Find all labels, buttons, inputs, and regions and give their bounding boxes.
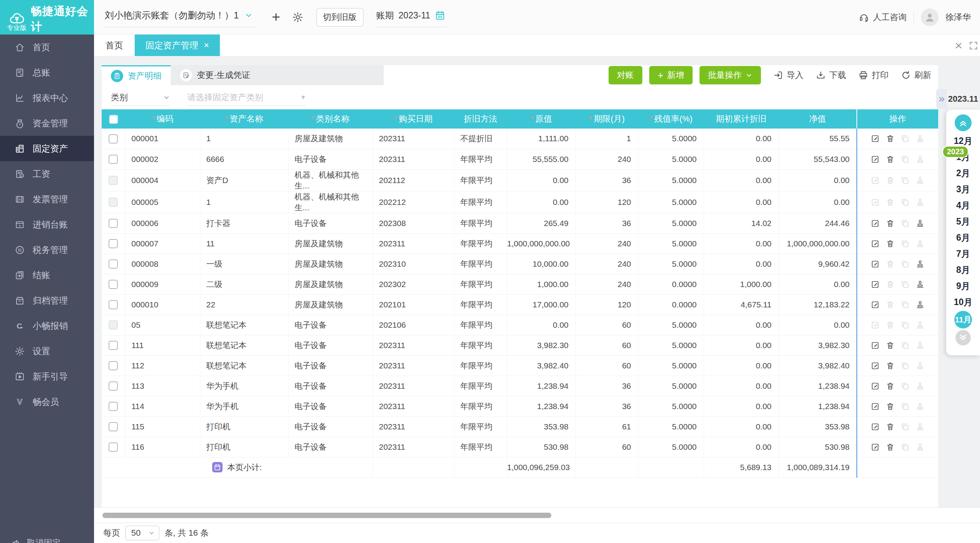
edit-icon[interactable] xyxy=(871,341,880,350)
calendar-month[interactable]: 3月 xyxy=(956,181,970,197)
edit-icon[interactable] xyxy=(871,239,880,248)
fullscreen-icon[interactable] xyxy=(968,41,978,51)
calendar-month[interactable]: 9月 xyxy=(956,278,970,294)
cell-months xyxy=(576,457,638,477)
stamp-icon[interactable] xyxy=(916,300,925,309)
account-selector[interactable]: 刘小艳演示账套（勿删勿动！）1 xyxy=(104,7,257,27)
edit-icon[interactable] xyxy=(871,259,880,269)
sidebar-item-settings[interactable]: 设置 xyxy=(0,338,94,364)
sidebar-item-general-ledger[interactable]: ¥总账 xyxy=(0,60,94,85)
row-checkbox[interactable] xyxy=(109,341,118,350)
sidebar-item-salary[interactable]: ¥工资 xyxy=(0,161,94,187)
import-button[interactable]: 导入 xyxy=(773,69,803,81)
row-checkbox[interactable] xyxy=(109,134,118,144)
per-page-select[interactable]: 50 xyxy=(125,526,159,540)
edit-icon[interactable] xyxy=(871,219,880,228)
subtotal-calendar-icon xyxy=(212,462,223,472)
sidebar-item-funds[interactable]: ¥资金管理 xyxy=(0,111,94,136)
edit-icon[interactable] xyxy=(871,442,880,452)
calendar-month[interactable]: 8月 xyxy=(956,262,970,278)
edit-icon[interactable] xyxy=(871,361,880,370)
row-checkbox[interactable] xyxy=(109,219,118,228)
row-checkbox[interactable] xyxy=(109,239,118,248)
delete-icon[interactable] xyxy=(886,442,895,452)
calendar-month[interactable]: 4月 xyxy=(956,197,970,213)
row-checkbox[interactable] xyxy=(109,442,118,452)
delete-icon[interactable] xyxy=(886,341,895,350)
sidebar-item-guide[interactable]: 新手引导 xyxy=(0,364,94,389)
period-picker[interactable]: 账期 2023-11 xyxy=(375,7,447,27)
row-checkbox[interactable] xyxy=(109,361,118,370)
edit-icon[interactable] xyxy=(871,402,880,411)
delete-icon[interactable] xyxy=(886,402,895,411)
sidebar-footer[interactable]: 取消固定 xyxy=(0,532,94,543)
tab-close-icon[interactable]: × xyxy=(204,40,209,51)
delete-icon[interactable] xyxy=(886,422,895,431)
category-filter-select[interactable]: 类别 xyxy=(111,89,170,106)
edit-icon[interactable] xyxy=(871,381,880,391)
stamp-icon[interactable] xyxy=(916,259,925,269)
sidebar-item-reimburse[interactable]: C小畅报销 xyxy=(0,313,94,338)
sidebar-item-report-center[interactable]: 报表中心 xyxy=(0,85,94,111)
sidebar-item-purchase-sales[interactable]: ¥进销台账 xyxy=(0,212,94,237)
sidebar-item-home[interactable]: 首页 xyxy=(0,35,94,60)
stamp-icon[interactable] xyxy=(916,280,925,289)
delete-icon[interactable] xyxy=(886,381,895,391)
calendar-month[interactable]: 2月 xyxy=(956,165,970,181)
edit-icon[interactable] xyxy=(871,155,880,164)
tab-fixed-assets[interactable]: 固定资产管理 × xyxy=(135,35,220,56)
delete-icon[interactable] xyxy=(886,239,895,248)
avatar[interactable] xyxy=(921,8,939,26)
calendar-month[interactable]: 11月 xyxy=(954,311,972,328)
sidebar-item-invoice[interactable]: ¥发票管理 xyxy=(0,187,94,212)
row-checkbox[interactable] xyxy=(109,259,118,269)
row-checkbox[interactable] xyxy=(109,280,118,289)
stamp-icon xyxy=(916,320,925,330)
select-all-checkbox[interactable] xyxy=(109,115,118,124)
edit-icon[interactable] xyxy=(871,134,880,143)
refresh-label: 刷新 xyxy=(914,69,931,81)
calendar-month[interactable]: 6月 xyxy=(956,229,970,246)
calendar-month[interactable]: 5月 xyxy=(956,213,970,229)
edit-icon[interactable] xyxy=(871,422,880,431)
row-checkbox[interactable] xyxy=(109,300,118,309)
delete-icon[interactable] xyxy=(886,155,895,164)
batch-actions-button[interactable]: 批量操作 xyxy=(700,66,761,84)
sidebar-item-fixed-assets[interactable]: 固定资产 xyxy=(0,136,94,161)
calendar-month[interactable]: 10月 xyxy=(954,294,973,310)
close-icon[interactable]: × xyxy=(955,38,962,52)
add-button[interactable]: + 新增 xyxy=(649,66,693,84)
delete-icon[interactable] xyxy=(886,219,895,228)
row-checkbox[interactable] xyxy=(109,381,118,391)
tab-home[interactable]: 首页 xyxy=(94,35,135,56)
refresh-button[interactable]: 刷新 xyxy=(901,69,931,81)
voucher-icon xyxy=(901,219,910,228)
sidebar-item-member[interactable]: V畅会员 xyxy=(0,389,94,414)
row-checkbox[interactable] xyxy=(109,422,118,431)
row-checkbox[interactable] xyxy=(109,402,118,411)
add-account-button[interactable]: + xyxy=(272,9,280,25)
gear-icon[interactable] xyxy=(292,12,304,23)
download-button[interactable]: 下载 xyxy=(816,69,846,81)
support-link[interactable]: 人工咨询 xyxy=(859,12,907,23)
print-button[interactable]: 打印 xyxy=(858,69,889,81)
reconcile-button[interactable]: 对账 xyxy=(609,66,642,84)
stamp-icon[interactable] xyxy=(916,219,925,228)
switch-old-version-button[interactable]: 切到旧版 xyxy=(317,8,363,26)
subtab-asset-detail[interactable]: 资产明细 xyxy=(102,65,171,85)
edit-icon[interactable] xyxy=(871,300,880,309)
calendar-collapse-button[interactable]: » xyxy=(936,89,947,109)
horizontal-scrollbar-thumb[interactable] xyxy=(102,513,551,518)
delete-icon[interactable] xyxy=(886,134,895,143)
calendar-month[interactable]: 7月 xyxy=(956,246,970,262)
subtab-change-voucher[interactable]: 变更·生成凭证 xyxy=(171,65,259,85)
edit-icon[interactable] xyxy=(871,280,880,289)
delete-icon[interactable] xyxy=(886,361,895,370)
calendar-scroll-down-button[interactable] xyxy=(955,330,971,345)
row-checkbox[interactable] xyxy=(109,155,118,164)
sidebar-item-archive[interactable]: 归档管理 xyxy=(0,288,94,313)
calendar-scroll-up-button[interactable] xyxy=(955,114,972,131)
category-filter-input[interactable]: 请选择固定资产类别 ▼ xyxy=(187,89,306,106)
sidebar-item-closing[interactable]: 结账 xyxy=(0,262,94,288)
sidebar-item-tax[interactable]: 税税务管理 xyxy=(0,237,94,262)
